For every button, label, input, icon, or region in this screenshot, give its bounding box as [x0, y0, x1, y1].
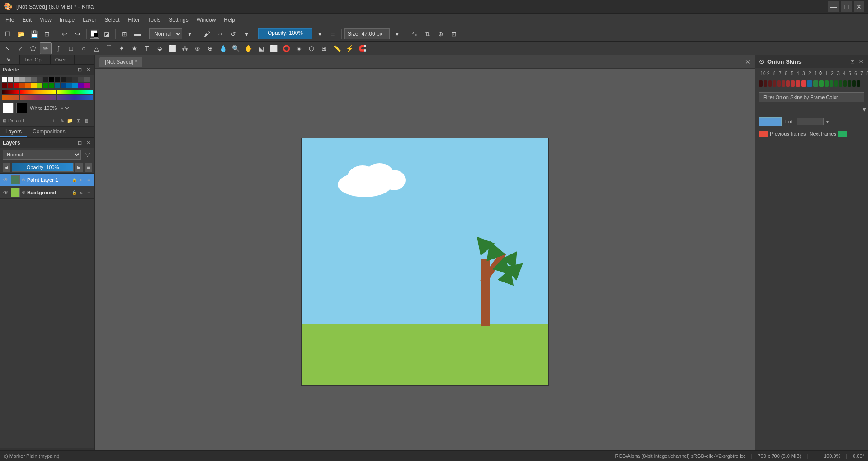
brush-option-button[interactable]: ▾ — [241, 28, 252, 40]
tool-colorpicker[interactable]: 💧 — [217, 42, 229, 54]
gradient-yellow[interactable] — [38, 90, 56, 94]
layers-close-button[interactable]: ✕ — [85, 139, 92, 146]
layer-opacity-bar[interactable]: Opacity: 100% — [12, 163, 74, 172]
tool-freehand[interactable]: ✏ — [40, 42, 52, 54]
open-file-button[interactable]: 📂 — [15, 28, 27, 40]
layer-mode-select[interactable]: Normal — [3, 150, 81, 160]
tool-clone[interactable]: ⊕ — [204, 42, 216, 54]
menu-settings[interactable]: Settings — [165, 15, 192, 24]
swatch-lightgray1[interactable] — [8, 77, 13, 82]
swatch-red-bright[interactable] — [14, 83, 19, 88]
gradient-brown[interactable] — [2, 95, 19, 100]
layer-options-paint1[interactable]: ≡ — [85, 177, 92, 183]
swatch-pink[interactable] — [84, 83, 90, 88]
layer-visibility-paint1[interactable]: 👁 — [3, 177, 9, 183]
tint-value-input[interactable]: 31.00% — [797, 118, 824, 125]
close-button[interactable]: ✕ — [854, 1, 864, 12]
menu-tools[interactable]: Tools — [144, 15, 164, 24]
tool-script[interactable]: ⚡ — [344, 42, 355, 54]
gradient-button[interactable]: ▬ — [132, 28, 143, 40]
gradient-orange[interactable] — [20, 90, 38, 94]
tool-contiguous-select[interactable]: ◈ — [293, 42, 305, 54]
menu-image[interactable]: Image — [56, 15, 78, 24]
palette-folder-button[interactable]: 📁 — [66, 117, 74, 124]
blend-mode-dropdown[interactable]: ▾ — [184, 28, 195, 40]
layer-alpha-background[interactable]: α — [78, 189, 85, 196]
tint-color-swatch[interactable] — [759, 117, 782, 126]
wrap-button[interactable]: ⊡ — [448, 28, 460, 40]
gradient-cyan[interactable] — [75, 90, 93, 94]
onion-bar-prev3[interactable] — [791, 80, 795, 87]
brush-engine-button[interactable]: ↺ — [227, 28, 239, 40]
minimize-button[interactable]: — — [828, 1, 839, 12]
opacity-options-button[interactable]: ≡ — [85, 163, 92, 172]
tool-zoom[interactable]: 🔍 — [230, 42, 241, 54]
swatch-blue[interactable] — [66, 83, 72, 88]
opacity-option[interactable]: ≡ — [327, 28, 339, 40]
tool-transform[interactable]: ↖ — [2, 42, 14, 54]
onion-bar-prev10[interactable] — [759, 80, 763, 87]
tool-fill[interactable]: ⬙ — [154, 42, 165, 54]
onion-bar-next5[interactable] — [834, 80, 838, 87]
gradient-blue2[interactable] — [75, 95, 93, 100]
flip-h-button[interactable]: ⇆ — [409, 28, 420, 40]
swatch-blue-dark[interactable] — [61, 83, 66, 88]
onion-bar-next2[interactable] — [819, 80, 824, 87]
bg-color-button[interactable]: ◪ — [101, 28, 113, 40]
swatch-blue-bright[interactable] — [72, 83, 78, 88]
swatch-darkgray3[interactable] — [37, 77, 42, 82]
onion-bar-current[interactable] — [807, 80, 812, 87]
layer-filter-button[interactable]: ▽ — [83, 150, 92, 159]
tool-ellipse[interactable]: ○ — [78, 42, 90, 54]
onion-bar-prev4[interactable] — [786, 80, 790, 87]
swatch-orange-dark[interactable] — [19, 83, 25, 88]
swatch-white[interactable] — [2, 77, 7, 82]
swatch-purple[interactable] — [78, 83, 84, 88]
color-dropdown[interactable]: ▾ — [59, 105, 71, 111]
swatch-lightgray2[interactable] — [14, 77, 19, 82]
opacity-decrease-button[interactable]: ◀ — [3, 163, 10, 172]
swatch-green-yellow[interactable] — [37, 83, 42, 88]
tool-magnetic-lasso[interactable]: 🧲 — [356, 42, 368, 54]
onion-bar-prev9[interactable] — [764, 80, 767, 87]
tab-layers[interactable]: Layers — [0, 127, 27, 137]
layers-expand-button[interactable]: ⊡ — [76, 139, 83, 146]
gradient-green[interactable] — [57, 90, 74, 94]
onion-bar-next1[interactable] — [813, 80, 818, 87]
gradient-maroon[interactable] — [20, 95, 38, 100]
swatch-dark6[interactable] — [84, 77, 90, 82]
opacity-dropdown[interactable]: ▾ — [314, 28, 326, 40]
swatch-black[interactable] — [49, 77, 54, 82]
palette-delete-button[interactable]: 🗑 — [83, 117, 90, 124]
save-as-button[interactable]: ⊞ — [41, 28, 53, 40]
background-color[interactable] — [16, 103, 27, 113]
undo-button[interactable]: ↩ — [59, 28, 71, 40]
tool-polygon[interactable]: △ — [90, 42, 102, 54]
main-canvas[interactable] — [301, 138, 549, 386]
mirror-h-button[interactable]: ↔ — [214, 28, 226, 40]
layer-lock-paint1[interactable]: 🔒 — [71, 177, 77, 183]
menu-file[interactable]: File — [2, 15, 18, 24]
tab-compositions[interactable]: Compositions — [27, 127, 71, 137]
maximize-button[interactable]: □ — [841, 1, 852, 12]
layer-visibility-background[interactable]: 👁 — [3, 189, 9, 196]
swatch-darkgray2[interactable] — [31, 77, 37, 82]
brush-preset-button[interactable]: 🖌 — [201, 28, 213, 40]
layer-alpha-paint1[interactable]: α — [78, 177, 85, 183]
onion-bar-prev5[interactable] — [782, 80, 785, 87]
swatch-cyan-dark[interactable] — [55, 83, 60, 88]
swatch-red[interactable] — [8, 83, 13, 88]
tool-text[interactable]: T — [141, 42, 153, 54]
swatch-darkgray1[interactable] — [25, 77, 31, 82]
flip-v-button[interactable]: ⇅ — [422, 28, 434, 40]
palette-close-button[interactable]: ✕ — [85, 66, 92, 73]
tool-select-rect[interactable]: ⤢ — [14, 42, 26, 54]
onion-bar-next10[interactable] — [857, 80, 860, 87]
tool-path[interactable]: ✦ — [116, 42, 127, 54]
swatch-darkgray4[interactable] — [43, 77, 48, 82]
tool-selection-ellipse[interactable]: ⭕ — [280, 42, 292, 54]
menu-filter[interactable]: Filter — [124, 15, 144, 24]
onion-bar-prev1[interactable] — [801, 80, 806, 87]
opacity-increase-button[interactable]: ▶ — [75, 163, 83, 172]
onion-expand-button[interactable]: ⊡ — [849, 58, 856, 65]
